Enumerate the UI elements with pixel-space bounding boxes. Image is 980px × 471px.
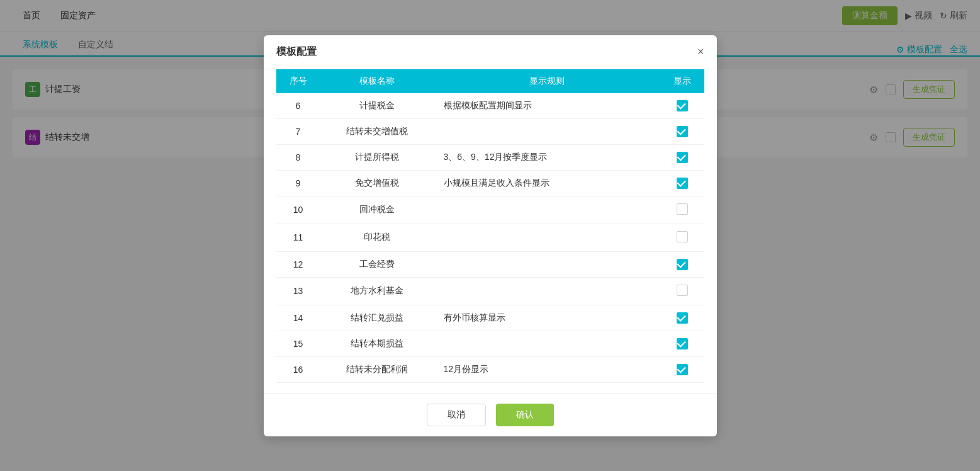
cell-check-1 <box>660 118 704 144</box>
cell-rule-0: 根据模板配置期间显示 <box>434 93 660 119</box>
cell-seq-4: 10 <box>276 196 320 224</box>
table-row: 7结转未交增值税 <box>276 118 704 144</box>
table-header: 序号 模板名称 显示规则 显示 <box>276 69 704 93</box>
cell-check-9 <box>660 331 704 356</box>
cell-check-6 <box>660 251 704 277</box>
cell-name-1: 结转未交增值税 <box>320 118 434 144</box>
cell-seq-7: 13 <box>276 277 320 305</box>
modal-header: 模板配置 × <box>264 35 717 69</box>
checkbox-2[interactable] <box>677 152 688 163</box>
cell-check-4 <box>660 196 704 224</box>
table-row: 11印花税 <box>276 224 704 251</box>
cell-rule-6 <box>434 251 660 277</box>
cell-seq-10: 16 <box>276 356 320 382</box>
checkbox-4[interactable] <box>677 203 688 215</box>
cell-name-8: 结转汇兑损益 <box>320 305 434 331</box>
cell-seq-0: 6 <box>276 93 320 119</box>
checkbox-0[interactable] <box>677 100 688 111</box>
col-name: 模板名称 <box>320 69 434 93</box>
cell-name-9: 结转本期损益 <box>320 331 434 356</box>
cell-check-8 <box>660 305 704 331</box>
table-row: 14结转汇兑损益有外币核算显示 <box>276 305 704 331</box>
cell-rule-1 <box>434 118 660 144</box>
cell-name-2: 计提所得税 <box>320 144 434 170</box>
checkbox-10[interactable] <box>677 364 688 375</box>
cell-rule-3: 小规模且满足收入条件显示 <box>434 170 660 196</box>
cell-rule-7 <box>434 277 660 305</box>
table-row: 8计提所得税3、6、9、12月按季度显示 <box>276 144 704 170</box>
cell-rule-4 <box>434 196 660 224</box>
modal-footer: 取消 确认 <box>264 393 717 436</box>
cell-rule-9 <box>434 331 660 356</box>
cell-name-4: 回冲税金 <box>320 196 434 224</box>
cell-name-5: 印花税 <box>320 224 434 251</box>
cell-name-6: 工会经费 <box>320 251 434 277</box>
cell-seq-6: 12 <box>276 251 320 277</box>
cell-rule-2: 3、6、9、12月按季度显示 <box>434 144 660 170</box>
col-seq: 序号 <box>276 69 320 93</box>
cell-seq-5: 11 <box>276 224 320 251</box>
cell-check-10 <box>660 356 704 382</box>
cell-seq-8: 14 <box>276 305 320 331</box>
cell-name-0: 计提税金 <box>320 93 434 119</box>
table-row: 13地方水利基金 <box>276 277 704 305</box>
cell-rule-10: 12月份显示 <box>434 356 660 382</box>
table-row: 9免交增值税小规模且满足收入条件显示 <box>276 170 704 196</box>
confirm-button[interactable]: 确认 <box>496 404 554 426</box>
col-show: 显示 <box>660 69 704 93</box>
checkbox-7[interactable] <box>677 285 688 296</box>
checkbox-9[interactable] <box>677 338 688 349</box>
cell-seq-3: 9 <box>276 170 320 196</box>
checkbox-8[interactable] <box>677 312 688 324</box>
table-body: 6计提税金根据模板配置期间显示7结转未交增值税8计提所得税3、6、9、12月按季… <box>276 93 704 383</box>
modal-close-button[interactable]: × <box>697 46 704 57</box>
cell-name-10: 结转未分配利润 <box>320 356 434 382</box>
cell-seq-9: 15 <box>276 331 320 356</box>
cell-seq-1: 7 <box>276 118 320 144</box>
template-config-modal: 模板配置 × 序号 模板名称 显示规则 显示 6计提税金根据模板配置期间显示7结… <box>264 35 717 436</box>
cell-seq-2: 8 <box>276 144 320 170</box>
modal-body: 序号 模板名称 显示规则 显示 6计提税金根据模板配置期间显示7结转未交增值税8… <box>264 69 717 393</box>
col-rule: 显示规则 <box>434 69 660 93</box>
table-row: 10回冲税金 <box>276 196 704 224</box>
modal-title: 模板配置 <box>276 45 317 59</box>
cell-check-5 <box>660 224 704 251</box>
cell-name-7: 地方水利基金 <box>320 277 434 305</box>
checkbox-5[interactable] <box>677 231 688 242</box>
cancel-button[interactable]: 取消 <box>427 404 486 426</box>
cell-check-3 <box>660 170 704 196</box>
cell-name-3: 免交增值税 <box>320 170 434 196</box>
checkbox-1[interactable] <box>677 126 688 137</box>
table-row: 16结转未分配利润12月份显示 <box>276 356 704 382</box>
cell-rule-8: 有外币核算显示 <box>434 305 660 331</box>
checkbox-6[interactable] <box>677 259 688 270</box>
table-row: 15结转本期损益 <box>276 331 704 356</box>
modal-overlay: 模板配置 × 序号 模板名称 显示规则 显示 6计提税金根据模板配置期间显示7结… <box>0 0 980 471</box>
cell-check-7 <box>660 277 704 305</box>
cell-check-0 <box>660 93 704 119</box>
table-row: 6计提税金根据模板配置期间显示 <box>276 93 704 119</box>
checkbox-3[interactable] <box>677 178 688 189</box>
cell-check-2 <box>660 144 704 170</box>
table-row: 12工会经费 <box>276 251 704 277</box>
cell-rule-5 <box>434 224 660 251</box>
config-table: 序号 模板名称 显示规则 显示 6计提税金根据模板配置期间显示7结转未交增值税8… <box>276 69 704 383</box>
